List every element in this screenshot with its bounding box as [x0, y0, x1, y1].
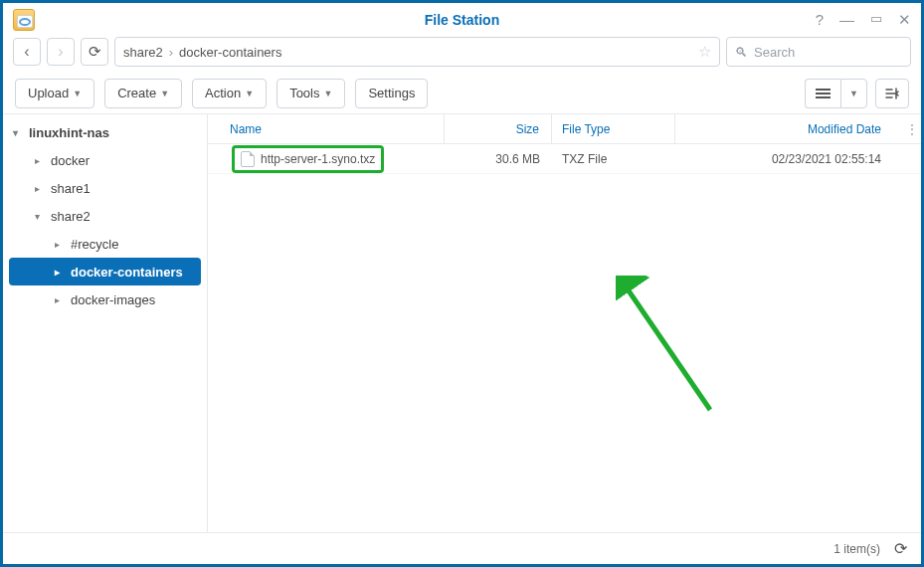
chevron-right-icon: ▸ [55, 294, 67, 305]
tree-item-label: #recycle [71, 237, 118, 252]
caret-down-icon: ▼ [849, 89, 858, 98]
chevron-down-icon: ▾ [35, 211, 47, 222]
chevron-right-icon: ▸ [35, 183, 47, 194]
tree-item-share1[interactable]: ▸share1 [3, 174, 207, 202]
upload-button[interactable]: Upload▼ [15, 79, 94, 108]
tree-item-label: share2 [51, 209, 91, 224]
list-icon [816, 89, 831, 98]
annotation-arrow [616, 276, 725, 415]
view-dropdown-button[interactable]: ▼ [840, 79, 867, 108]
help-icon[interactable]: ? [816, 11, 824, 29]
settings-label: Settings [368, 86, 415, 100]
settings-button[interactable]: Settings [355, 79, 428, 108]
annotation-highlight: http-server-1.syno.txz [232, 145, 384, 173]
window-controls: ? — ▭ ✕ [816, 11, 911, 29]
search-icon: 🔍︎ [735, 45, 748, 60]
file-modified: 02/23/2021 02:55:14 [772, 152, 881, 166]
file-icon [241, 151, 255, 167]
status-bar: 1 item(s) ⟳ [3, 532, 921, 564]
search-box[interactable]: 🔍︎ [726, 37, 911, 67]
chevron-right-icon: ▸ [55, 239, 67, 250]
tree-item-label: docker [51, 153, 90, 168]
action-button[interactable]: Action▼ [192, 79, 267, 108]
upload-label: Upload [28, 86, 69, 100]
breadcrumb[interactable]: share2 › docker-containers ☆ [114, 37, 720, 67]
action-label: Action [205, 86, 241, 100]
forward-button[interactable]: › [47, 38, 75, 66]
minimize-icon[interactable]: — [839, 11, 854, 29]
table-row[interactable]: http-server-1.syno.txz 30.6 MB TXZ File … [208, 144, 921, 174]
refresh-icon[interactable]: ⟳ [894, 539, 907, 558]
star-icon[interactable]: ☆ [698, 43, 711, 61]
tree-item-share2[interactable]: ▾share2 [3, 202, 207, 230]
col-menu-button[interactable]: ⋮ [903, 114, 921, 143]
tree-item-label: docker-containers [71, 265, 183, 280]
window-titlebar: File Station ? — ▭ ✕ [3, 3, 921, 37]
col-header-label: Modified Date [808, 122, 881, 136]
tree-item-docker[interactable]: ▸docker [3, 146, 207, 174]
col-header-name[interactable]: Name [208, 114, 445, 143]
col-header-label: Size [516, 122, 539, 136]
svg-line-0 [624, 284, 710, 410]
file-size: 30.6 MB [495, 152, 540, 166]
tree-item-recycle[interactable]: ▸#recycle [3, 230, 207, 258]
chevron-right-icon: › [58, 43, 63, 61]
chevron-left-icon: ‹ [24, 43, 29, 61]
folder-tree: ▾ linuxhint-nas ▸docker ▸share1 ▾share2 … [3, 114, 208, 532]
refresh-icon: ⟳ [89, 43, 101, 61]
col-header-modified[interactable]: Modified Date [675, 114, 903, 143]
toolbar: Upload▼ Create▼ Action▼ Tools▼ Settings … [3, 73, 921, 114]
tree-root[interactable]: ▾ linuxhint-nas [3, 118, 207, 146]
navigation-bar: ‹ › ⟳ share2 › docker-containers ☆ 🔍︎ [3, 37, 921, 73]
tools-button[interactable]: Tools▼ [277, 79, 345, 108]
caret-down-icon: ▼ [160, 89, 169, 98]
window-title: File Station [425, 12, 499, 28]
breadcrumb-item[interactable]: docker-containers [179, 45, 281, 60]
tree-item-docker-containers[interactable]: ▸docker-containers [9, 258, 201, 285]
back-button[interactable]: ‹ [13, 38, 41, 66]
app-icon [13, 9, 35, 31]
caret-down-icon: ▼ [73, 89, 82, 98]
chevron-right-icon: ▸ [55, 267, 67, 278]
tools-label: Tools [289, 86, 319, 100]
maximize-icon[interactable]: ▭ [870, 11, 882, 29]
tree-root-label: linuxhint-nas [29, 125, 109, 140]
sort-icon [884, 87, 900, 100]
create-button[interactable]: Create▼ [104, 79, 182, 108]
chevron-down-icon: ▾ [13, 127, 25, 138]
caret-down-icon: ▼ [324, 89, 333, 98]
close-icon[interactable]: ✕ [898, 11, 911, 29]
col-header-label: Name [230, 122, 262, 136]
chevron-right-icon: › [169, 45, 173, 60]
col-header-type[interactable]: File Type [552, 114, 675, 143]
table-header: Name Size File Type Modified Date ⋮ [208, 114, 921, 144]
file-name: http-server-1.syno.txz [261, 152, 375, 166]
tree-item-label: share1 [51, 181, 91, 196]
sort-button[interactable] [875, 79, 909, 108]
create-label: Create [117, 86, 156, 100]
col-header-size[interactable]: Size [445, 114, 552, 143]
tree-item-docker-images[interactable]: ▸docker-images [3, 285, 207, 313]
breadcrumb-item[interactable]: share2 [123, 45, 163, 60]
refresh-button[interactable]: ⟳ [81, 38, 108, 66]
item-count: 1 item(s) [833, 542, 880, 556]
view-list-button[interactable] [805, 79, 840, 108]
chevron-right-icon: ▸ [35, 155, 47, 166]
caret-down-icon: ▼ [245, 89, 254, 98]
file-list: Name Size File Type Modified Date ⋮ http… [208, 114, 921, 532]
main-area: ▾ linuxhint-nas ▸docker ▸share1 ▾share2 … [3, 114, 921, 532]
search-input[interactable] [754, 45, 902, 60]
file-type: TXZ File [562, 152, 607, 166]
col-header-label: File Type [562, 122, 610, 136]
tree-item-label: docker-images [71, 292, 155, 307]
